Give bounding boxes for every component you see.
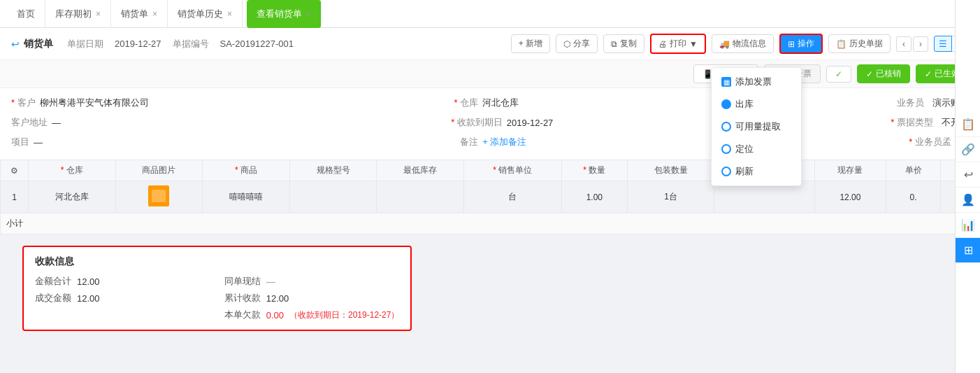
- same-settle-label: 同单现结: [224, 275, 261, 288]
- customer-label: 客户: [11, 97, 36, 109]
- sold-btn[interactable]: ✓ 已核销: [857, 64, 910, 83]
- due-amount-row: 本单欠款 0.00 （收款到期日：2019-12-27）: [224, 309, 400, 321]
- print-dropdown-icon: ▼: [689, 39, 698, 49]
- operate-button[interactable]: ⊞ 操作: [779, 34, 823, 54]
- tab-sales[interactable]: 销货单 ×: [111, 0, 168, 28]
- history-button[interactable]: 📋 历史单据: [828, 34, 891, 53]
- refresh-item[interactable]: 刷新: [712, 160, 801, 183]
- same-settle-row: 同单现结 —: [224, 275, 400, 288]
- due-amount-label: 本单欠款: [224, 309, 261, 321]
- check-icon: ✓: [835, 69, 842, 79]
- sidebar-btn-3[interactable]: ↩: [956, 162, 980, 188]
- tab-sales-close[interactable]: ×: [152, 9, 157, 19]
- sidebar-btn-4[interactable]: 👤: [956, 188, 980, 213]
- summary-title: 收款信息: [35, 255, 399, 268]
- sidebar-btn-2[interactable]: 🔗: [956, 137, 980, 162]
- address-label: 客户地址: [11, 116, 48, 129]
- tab-inventory[interactable]: 库存期初 ×: [45, 0, 111, 28]
- sidebar-btn-5[interactable]: 📊: [956, 213, 980, 238]
- address-field: 客户地址 —: [11, 116, 451, 129]
- date-value: 2019-12-27: [115, 38, 161, 49]
- pagination: ‹ ›: [896, 36, 928, 52]
- available-qty-label: 可用量提取: [735, 120, 781, 133]
- row-pack-qty: 1台: [627, 181, 714, 213]
- due-date-note: （收款到期日：2019-12-27）: [289, 309, 399, 321]
- add-button[interactable]: + 新增: [511, 34, 550, 53]
- customer-field: 客户 柳州粤港平安气体有限公司: [11, 97, 454, 109]
- col-image: 商品图片: [115, 160, 203, 181]
- refresh-label: 刷新: [735, 165, 754, 178]
- form-row-2: 客户地址 — 收款到期日 2019-12-27 票据类型 不开票: [11, 116, 969, 129]
- tab-inventory-close[interactable]: ×: [96, 9, 101, 19]
- warehouse-label: 仓库: [454, 97, 479, 109]
- total-amount-value: 12.00: [77, 276, 100, 287]
- prev-arrow[interactable]: ‹: [896, 36, 911, 52]
- cum-receipt-label: 累计收款: [224, 292, 261, 304]
- customer-value: 柳州粤港平安气体有限公司: [40, 97, 149, 109]
- due-amount-value: 0.00: [266, 310, 284, 321]
- effective-icon: ✓: [925, 69, 932, 79]
- row-unit: 台: [463, 181, 561, 213]
- tab-sales-history-close[interactable]: ×: [227, 9, 232, 19]
- col-price: 单价: [886, 160, 941, 181]
- sidebar-btn-1[interactable]: 📋: [956, 112, 980, 137]
- history-icon: 📋: [836, 39, 846, 49]
- col-settings[interactable]: ⚙: [1, 160, 29, 181]
- deal-amount-value: 12.00: [77, 293, 100, 304]
- product-image: [148, 185, 169, 206]
- tab-sales-history[interactable]: 销货单历史 ×: [168, 0, 243, 28]
- row-stock: 12.00: [815, 181, 886, 213]
- col-product: * 商品: [203, 160, 290, 181]
- toolbar: + 新增 ⬡ 分享 ⧉ 复制 🖨 打印 ▼ 🚚 物流信息 ⊞ 操作: [511, 34, 969, 54]
- sidebar-btn-6[interactable]: ⊞: [956, 238, 980, 263]
- locate-item[interactable]: 定位: [712, 138, 801, 160]
- check-btn[interactable]: ✓: [826, 66, 851, 83]
- right-sidebar: 📋 🔗 ↩ 👤 📊 ⊞: [955, 0, 980, 373]
- summary-area: 收款信息 金额合计 12.00 同单现结 — 成交金额 12.00 累计收款 1…: [0, 234, 980, 345]
- copy-button[interactable]: ⧉ 复制: [603, 34, 644, 53]
- deal-amount-row: 成交金额 12.00: [35, 292, 210, 304]
- row-image: [115, 181, 203, 213]
- form-row-1: 客户 柳州粤港平安气体有限公司 仓库 河北仓库 业务员 演示账号: [11, 97, 969, 109]
- available-qty-item[interactable]: 可用量提取: [712, 115, 801, 138]
- refresh-icon: [721, 167, 731, 176]
- next-arrow[interactable]: ›: [913, 36, 928, 52]
- project-value: —: [34, 137, 43, 148]
- col-spec: 规格型号: [289, 160, 377, 181]
- col-stock: 现存量: [815, 160, 886, 181]
- tab-home[interactable]: 首页: [7, 0, 45, 28]
- operate-icon: ⊞: [788, 39, 795, 49]
- available-qty-icon: [721, 122, 731, 132]
- add-invoice-item[interactable]: ▦ 添加发票: [712, 71, 801, 93]
- total-amount-label: 金额合计: [35, 275, 71, 288]
- staff-label: 业务员: [897, 97, 924, 109]
- tab-view-sales[interactable]: 查看销货单 ×: [247, 0, 322, 28]
- doc-meta: 单据日期 2019-12-27 单据编号 SA-20191227-001: [67, 38, 294, 50]
- due-date-label: 收款到期日: [451, 116, 503, 129]
- logistics-button[interactable]: 🚚 物流信息: [712, 34, 774, 53]
- doc-header: ↩ 销货单 单据日期 2019-12-27 单据编号 SA-20191227-0…: [0, 28, 980, 60]
- col-warehouse: * 仓库: [29, 160, 116, 181]
- doc-title-text: 销货单: [24, 38, 53, 50]
- print-button[interactable]: 🖨 打印 ▼: [650, 34, 706, 54]
- share-button[interactable]: ⬡ 分享: [556, 34, 598, 53]
- tab-view-sales-close[interactable]: ×: [306, 9, 311, 19]
- address-value: —: [52, 118, 61, 128]
- outbound-item[interactable]: 出库: [712, 93, 801, 115]
- total-amount-row: 金额合计 12.00: [35, 275, 210, 288]
- col-min-stock: 最低库存: [377, 160, 464, 181]
- form-row-3: 项目 — 备注 + 添加备注 业务员孟 —: [11, 136, 969, 148]
- add-invoice-icon: ▦: [721, 77, 731, 87]
- list-view-btn[interactable]: ☰: [934, 36, 952, 52]
- operate-dropdown: ▦ 添加发票 出库 可用量提取 定位 刷新: [711, 67, 802, 186]
- notes-add[interactable]: + 添加备注: [482, 136, 526, 148]
- row-product: 嘻嘻嘻嘻: [203, 181, 290, 213]
- same-settle-value: —: [266, 276, 275, 287]
- col-quantity: * 数量: [561, 160, 627, 181]
- due-date-field: 收款到期日 2019-12-27: [451, 116, 891, 129]
- subtotal-row: 小计: [1, 213, 980, 234]
- col-pack-qty: 包装数量: [627, 160, 714, 181]
- data-table-wrap: ⚙ * 仓库 商品图片 * 商品 规格型号 最低库存 * 销售单位 * 数量 包…: [0, 160, 980, 234]
- row-spec: [289, 181, 377, 213]
- subtotal-label: 小计: [1, 213, 980, 234]
